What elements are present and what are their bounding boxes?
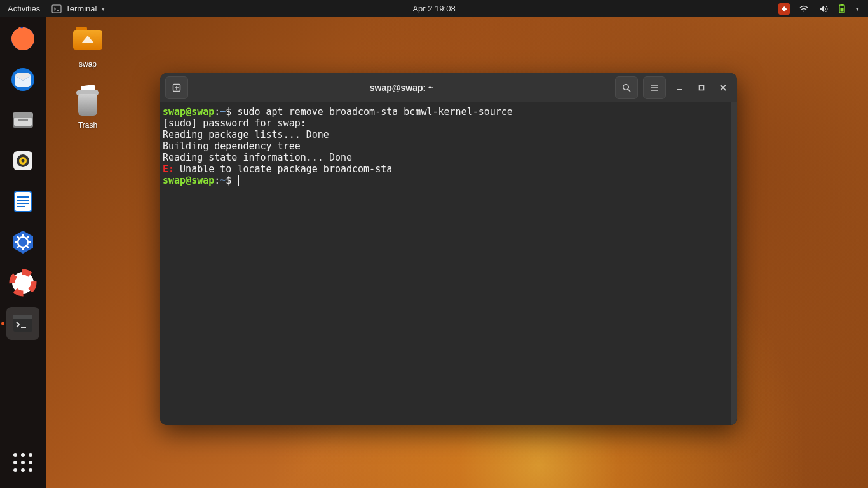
svg-rect-44 [700,86,704,90]
svg-rect-34 [13,315,32,319]
window-title: swap@swap: ~ [193,83,610,93]
svg-point-38 [623,85,628,90]
desktop-icon-label: swap [62,60,113,69]
svg-rect-0 [52,5,61,13]
dock-item-thunderbird[interactable] [6,63,39,96]
svg-rect-8 [14,118,32,126]
hamburger-menu-button[interactable] [643,76,666,99]
clock[interactable]: Apr 2 19:08 [412,4,455,13]
dock-item-terminal[interactable] [6,307,39,340]
minimize-button[interactable] [671,79,689,97]
battery-icon [837,4,847,14]
svg-rect-14 [15,191,31,212]
chevron-down-icon: ▾ [856,6,859,12]
maximize-button[interactable] [693,79,710,97]
desktop-icon-home[interactable]: swap [62,23,113,69]
svg-rect-19 [17,206,25,207]
terminal-icon [51,4,62,14]
shield-icon[interactable]: ◆ [778,3,790,15]
dock-item-rhythmbox[interactable] [6,144,39,177]
dock-item-writer[interactable] [6,185,39,218]
dock-item-settings[interactable] [6,226,39,259]
app-menu-label: Terminal [65,4,97,13]
dock-item-firefox[interactable] [6,22,39,55]
terminal-body[interactable]: swap@swap:~$ sudo apt remove broadcom-st… [160,102,737,425]
dock-item-files[interactable] [6,104,39,137]
volume-icon [818,4,828,14]
cursor [238,175,245,186]
system-tray[interactable]: ◆ ▾ [778,3,868,15]
svg-rect-3 [841,8,844,12]
chevron-down-icon: ▾ [102,6,105,12]
wifi-icon [799,4,809,14]
svg-line-39 [628,89,630,92]
svg-rect-18 [17,203,29,204]
desktop-icon-label: Trash [62,121,113,130]
search-button[interactable] [615,76,638,99]
terminal-window: swap@swap: ~ swap@swap:~$ sudo apt remov… [160,73,737,425]
terminal-output: swap@swap:~$ sudo apt remove broadcom-st… [163,106,729,423]
desktop-icon-trash[interactable]: Trash [62,88,113,130]
svg-rect-9 [18,119,28,121]
svg-rect-17 [17,200,29,201]
activities-button[interactable]: Activities [8,4,40,13]
top-bar: Activities Terminal ▾ Apr 2 19:08 ◆ ▾ [0,0,868,17]
svg-point-32 [18,278,27,287]
app-menu[interactable]: Terminal ▾ [51,4,105,14]
scrollbar[interactable] [731,102,737,425]
svg-point-13 [22,159,25,163]
show-applications-button[interactable] [6,446,39,479]
svg-rect-2 [841,4,843,5]
close-button[interactable] [714,79,732,97]
dock [0,17,46,488]
terminal-titlebar[interactable]: swap@swap: ~ [160,73,737,102]
new-tab-button[interactable] [165,76,188,99]
svg-rect-16 [17,196,29,198]
dock-item-help[interactable] [6,266,39,299]
svg-rect-7 [13,112,33,118]
